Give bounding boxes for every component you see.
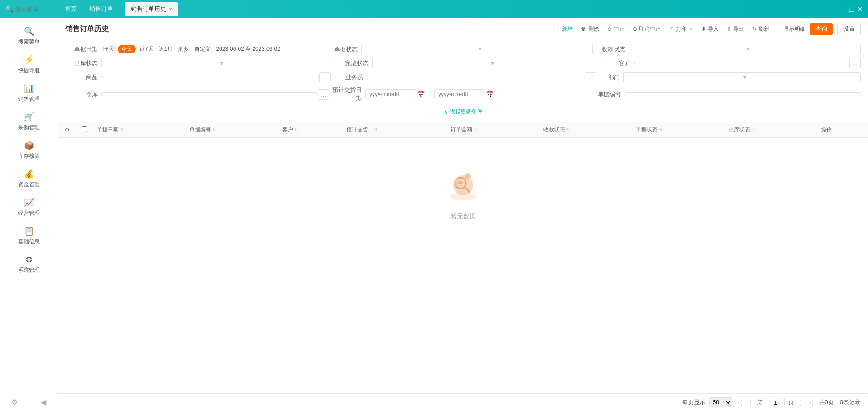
calendar-start-icon[interactable]: 📅 <box>417 91 425 98</box>
per-page-label: 每页显示 <box>682 398 705 406</box>
sidebar-item-search[interactable]: 🔍 搜索菜单 <box>0 22 58 50</box>
cancel-stop-button[interactable]: ⊙ 取消中止 <box>631 24 662 34</box>
main-layout: 🔍 搜索菜单 ⚡ 快捷导航 📊 销售管理 🛒 采购管理 📦 库存核算 💰 资金管… <box>0 18 868 411</box>
goods-input[interactable] <box>101 76 319 79</box>
settings-icon[interactable]: ⚙ <box>65 127 70 133</box>
sidebar-item-finance-label: 资金管理 <box>18 181 40 189</box>
sidebar-item-system[interactable]: ⚙ 系统管理 <box>0 250 58 279</box>
tab-sales-order-history-close[interactable]: × <box>169 6 172 12</box>
filter-row-status: 出库状态 ▼ 完成状态 ▼ 客户 ... <box>65 58 861 68</box>
settings-button[interactable]: 设置 <box>837 23 861 35</box>
date-btn-custom[interactable]: 自定义 <box>192 45 212 53</box>
th-out-status-sort[interactable]: 出库状态 ⇅ <box>729 126 812 134</box>
tab-home[interactable]: 首页 <box>58 2 83 16</box>
receipt-status-label: 收款状态 <box>593 45 629 53</box>
th-expected-date[interactable]: 预计交货... ⇅ <box>342 122 446 138</box>
sidebar-collapse-icon[interactable]: ◀ <box>41 398 46 406</box>
delete-button[interactable]: 🗑 删除 <box>579 24 601 34</box>
date-btn-7days[interactable]: 近7天 <box>138 45 155 53</box>
tab-sales-order[interactable]: 销售订单 × <box>83 2 125 16</box>
bill-number-label: 单据编号 <box>593 90 625 98</box>
th-out-status[interactable]: 出库状态 ⇅ <box>724 122 816 138</box>
th-amount[interactable]: 订单金额 ⇅ <box>446 122 538 138</box>
query-button[interactable]: 查询 <box>810 23 833 35</box>
complete-status-select[interactable]: ▼ <box>372 58 607 68</box>
print-dropdown-icon[interactable]: ▼ <box>689 27 693 32</box>
export-button[interactable]: ⬆ 导出 <box>725 24 746 34</box>
th-number[interactable]: 单据编号 ⇅ <box>185 122 277 138</box>
operations-icon: 📈 <box>24 198 34 208</box>
department-select[interactable]: ▼ <box>623 72 861 82</box>
print-button[interactable]: 🖨 打印 ▼ <box>667 24 695 34</box>
window-minimize[interactable]: — <box>838 5 846 14</box>
date-btn-yesterday[interactable]: 昨天 <box>101 45 116 53</box>
new-button[interactable]: + + 新增 <box>551 24 575 34</box>
sidebar-item-quicknav[interactable]: ⚡ 快捷导航 <box>0 50 58 79</box>
show-detail-checkbox-box[interactable] <box>776 26 782 32</box>
calendar-end-icon[interactable]: 📅 <box>486 91 494 98</box>
th-receipt-status-sort[interactable]: 收款状态 ⇅ <box>543 126 627 134</box>
page-first-button[interactable]: ⟨⟨ <box>736 398 744 407</box>
sidebar-item-sales[interactable]: 📊 销售管理 <box>0 79 58 107</box>
tab-sales-order-history[interactable]: 销售订单历史 × <box>125 2 178 16</box>
complete-status-arrow: ▼ <box>490 60 603 67</box>
stop-button[interactable]: ⊘ 中止 <box>605 24 626 34</box>
sidebar-item-purchase[interactable]: 🛒 采购管理 <box>0 107 58 136</box>
receipt-status-select[interactable]: ▼ <box>629 44 861 54</box>
import-icon: ⬇ <box>701 26 706 32</box>
sidebar-item-finance[interactable]: 💰 资金管理 <box>0 164 58 193</box>
salesperson-input[interactable] <box>367 76 585 79</box>
goods-ellipsis[interactable]: ... <box>319 72 331 82</box>
date-btn-today[interactable]: 今天 <box>118 45 136 53</box>
per-page-select[interactable]: 50 10 20 100 <box>709 397 732 407</box>
refresh-button[interactable]: ↻ 刷新 <box>750 24 771 34</box>
search-menu-input[interactable] <box>15 6 51 13</box>
finance-icon: 💰 <box>24 169 34 179</box>
customer-ellipsis[interactable]: ... <box>849 58 861 68</box>
customer-input[interactable] <box>634 62 849 65</box>
warehouse-ellipsis[interactable]: ... <box>318 89 329 100</box>
date-label: 单据日期 <box>65 45 101 53</box>
collapse-row[interactable]: ∧ 收起更多条件 <box>65 106 861 117</box>
sidebar-item-basic-info[interactable]: 📋 基础信息 <box>0 222 58 250</box>
th-amount-sort[interactable]: 订单金额 ⇅ <box>451 126 534 134</box>
th-checkbox[interactable] <box>76 122 92 138</box>
th-date[interactable]: 单据日期 ⇅ <box>92 122 185 138</box>
page-prev-button[interactable]: ⟨ <box>748 398 753 407</box>
th-expected-date-sort[interactable]: 预计交货... ⇅ <box>346 126 441 134</box>
th-settings[interactable]: ⚙ <box>58 122 76 138</box>
search-menu-area[interactable]: 🔍 <box>5 5 51 13</box>
sidebar-item-inventory[interactable]: 📦 库存核算 <box>0 136 58 164</box>
th-customer-sort[interactable]: 客户 ⇅ <box>282 126 337 134</box>
out-status-select[interactable]: ▼ <box>101 58 336 68</box>
date-btn-more[interactable]: 更多 <box>176 45 191 53</box>
bill-status-select[interactable]: ▼ <box>361 44 593 54</box>
sort-icon-date: ⇅ <box>120 127 124 132</box>
window-maximize[interactable]: □ <box>849 5 854 14</box>
tab-sales-order-close[interactable]: × <box>115 6 118 12</box>
salesperson-label: 业务员 <box>331 73 367 82</box>
import-button[interactable]: ⬇ 导入 <box>700 24 720 34</box>
bill-number-input[interactable] <box>625 92 861 96</box>
sidebar-item-operations[interactable]: 📈 经营管理 <box>0 193 58 222</box>
sidebar-item-inventory-label: 库存核算 <box>18 152 40 160</box>
warehouse-input[interactable] <box>101 92 318 96</box>
expected-date-start[interactable] <box>365 89 415 99</box>
th-number-sort[interactable]: 单据编号 ⇅ <box>189 126 273 134</box>
show-detail-checkbox[interactable]: 显示明细 <box>776 25 806 33</box>
th-date-sort[interactable]: 单据日期 ⇅ <box>97 126 180 134</box>
page-number-input[interactable] <box>767 398 785 407</box>
page-next-button[interactable]: ⟩ <box>798 398 804 407</box>
toolbar: + + 新增 🗑 删除 ⊘ 中止 ⊙ 取消中止 <box>551 23 861 35</box>
th-bill-status[interactable]: 单据状态 ⇅ <box>631 122 724 138</box>
expected-date-end[interactable] <box>434 89 484 99</box>
sidebar-settings-icon[interactable]: ⚙ <box>11 398 18 406</box>
select-all-checkbox[interactable] <box>82 126 87 132</box>
page-last-button[interactable]: ⟩⟩ <box>807 398 815 407</box>
th-bill-status-sort[interactable]: 单据状态 ⇅ <box>636 126 719 134</box>
window-close[interactable]: × <box>858 5 863 14</box>
salesperson-ellipsis[interactable]: ... <box>585 72 596 82</box>
th-customer[interactable]: 客户 ⇅ <box>278 122 342 138</box>
th-receipt-status[interactable]: 收款状态 ⇅ <box>539 122 631 138</box>
date-btn-1month[interactable]: 近1月 <box>157 45 175 53</box>
